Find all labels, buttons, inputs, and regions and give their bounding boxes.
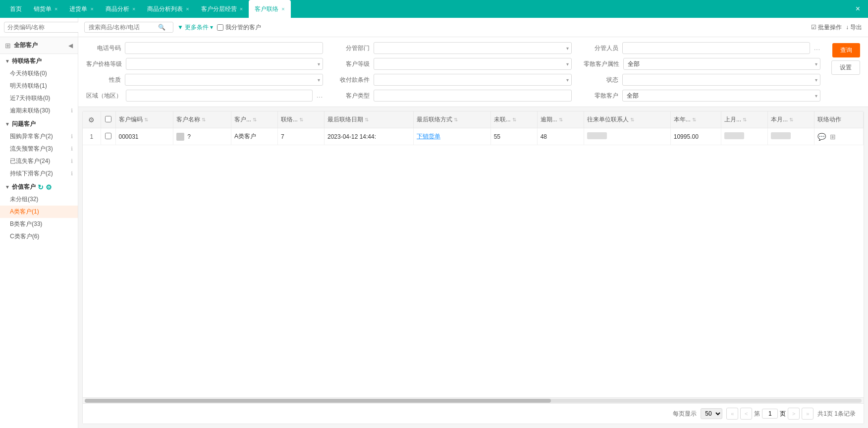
last-method-link[interactable]: 下销货单 bbox=[417, 133, 440, 140]
nature-select[interactable] bbox=[125, 74, 323, 86]
sidebar-item-c-class[interactable]: C类客户(6) bbox=[0, 230, 78, 243]
retail-customer-select[interactable]: 全部 bbox=[622, 90, 820, 102]
manager-more-icon[interactable]: ... bbox=[814, 45, 820, 52]
col-this-month-header[interactable]: 本月... ⇅ bbox=[768, 111, 814, 128]
nav-purchase[interactable]: 进货单 × bbox=[63, 0, 99, 18]
sidebar-item-churn-warning[interactable]: 流失预警客户(3) ℹ bbox=[0, 143, 78, 155]
sidebar-value-settings-icon[interactable]: ⚙ bbox=[46, 183, 52, 191]
row-checkbox[interactable] bbox=[105, 133, 111, 139]
search-icon[interactable]: 🔍 bbox=[158, 24, 165, 31]
last-page-button[interactable]: » bbox=[802, 408, 814, 420]
customer-level-select[interactable] bbox=[374, 58, 572, 70]
sidebar-section-value: ▼ 价值客户 ↻ ⚙ bbox=[0, 180, 78, 193]
table-scrollbar[interactable] bbox=[83, 397, 864, 403]
sidebar: 🔍 ⊞ 全部客户 ◀ ▼ 待联络客户 今天待联络(0) 明天待联络(1) 近7天… bbox=[0, 18, 78, 428]
nav-analysis-list-close[interactable]: × bbox=[186, 6, 189, 12]
filter-cell-phone: 电话号码 bbox=[86, 42, 323, 54]
col-last-date-header[interactable]: 最后联络日期 ⇅ bbox=[324, 111, 413, 128]
customer-type-input[interactable] bbox=[374, 90, 572, 102]
row-last-month bbox=[721, 128, 767, 145]
nav-sales[interactable]: 销货单 × bbox=[28, 0, 63, 18]
sidebar-item-tomorrow[interactable]: 明天待联络(1) bbox=[0, 80, 78, 92]
pagination: 每页显示 50 « < 第 页 > » 共1页 1条记录 bbox=[83, 403, 864, 424]
batch-op-button[interactable]: ☑ 批量操作 bbox=[811, 23, 842, 32]
sidebar-collapse-button[interactable]: ◀ bbox=[68, 42, 73, 49]
sidebar-item-hoarding[interactable]: 囤购异常客户(2) ℹ bbox=[0, 130, 78, 143]
last-month-placeholder bbox=[724, 132, 744, 139]
page-buttons: « < 第 页 > » bbox=[726, 408, 814, 420]
settings-button[interactable]: 设置 bbox=[831, 60, 860, 75]
last-month-sort-icon: ⇅ bbox=[743, 117, 747, 122]
col-code-header[interactable]: 客户编码 ⇅ bbox=[115, 111, 173, 128]
search-input[interactable] bbox=[89, 24, 158, 31]
search-box: 🔍 bbox=[84, 22, 173, 33]
close-all-button[interactable]: × bbox=[852, 4, 864, 13]
row-this-month bbox=[768, 128, 814, 145]
col-last-month-header[interactable]: 上月... ⇅ bbox=[721, 111, 767, 128]
nav-analysis-close[interactable]: × bbox=[132, 6, 135, 12]
nav-customer-mgmt[interactable]: 客户分层经营 × bbox=[195, 0, 249, 18]
chat-action-icon[interactable]: 💬 bbox=[817, 133, 826, 141]
sidebar-item-today[interactable]: 今天待联络(0) bbox=[0, 67, 78, 80]
retail-attr-select[interactable]: 全部 bbox=[623, 58, 820, 70]
sidebar-search-input[interactable] bbox=[4, 22, 85, 33]
col-type-header[interactable]: 客户... ⇅ bbox=[231, 111, 277, 128]
filter-cell-customer-type: 客户类型 bbox=[335, 90, 572, 102]
col-settings: ⚙ bbox=[83, 111, 101, 128]
region-input[interactable] bbox=[126, 90, 313, 102]
scroll-thumb bbox=[85, 399, 551, 403]
sidebar-item-ungroup[interactable]: 未分组(32) bbox=[0, 193, 78, 206]
region-more-icon[interactable]: ... bbox=[317, 92, 323, 99]
customer-type-label: 客户类型 bbox=[335, 92, 370, 100]
select-all-checkbox[interactable] bbox=[105, 116, 111, 122]
manager-input[interactable] bbox=[622, 42, 810, 54]
retail-customer-select-wrapper: 全部 ▾ bbox=[622, 90, 820, 102]
col-company-contact-header[interactable]: 往来单位联系人 ⇅ bbox=[584, 111, 670, 128]
sidebar-value-refresh-icon[interactable]: ↻ bbox=[38, 183, 44, 191]
advanced-filters: 电话号码 分管部门 ▾ 分管人员 bbox=[78, 37, 868, 107]
col-no-contact-header[interactable]: 未联... ⇅ bbox=[490, 111, 537, 128]
payment-select[interactable] bbox=[374, 74, 572, 86]
status-select[interactable] bbox=[622, 74, 820, 86]
export-button[interactable]: ↓ 导出 bbox=[846, 23, 862, 32]
page-size-select[interactable]: 50 bbox=[701, 408, 722, 419]
price-level-select-wrapper: ▾ bbox=[126, 58, 323, 70]
nav-analysis[interactable]: 商品分析 × bbox=[100, 0, 141, 18]
prev-page-button[interactable]: < bbox=[740, 408, 752, 420]
this-month-placeholder bbox=[771, 132, 791, 139]
sidebar-item-a-class[interactable]: A类客户(1) bbox=[0, 206, 78, 218]
col-contact-header[interactable]: 联络... ⇅ bbox=[277, 111, 324, 128]
grid-action-icon[interactable]: ⊞ bbox=[830, 133, 836, 141]
query-button[interactable]: 查询 bbox=[832, 43, 860, 57]
row-company-contact bbox=[584, 128, 670, 145]
col-current-year-header[interactable]: 本年... ⇅ bbox=[670, 111, 721, 128]
table-gear-icon[interactable]: ⚙ bbox=[88, 116, 95, 124]
phone-input[interactable] bbox=[125, 42, 323, 54]
sidebar-item-b-class[interactable]: B类客户(33) bbox=[0, 218, 78, 230]
nav-customer-contact-close[interactable]: × bbox=[281, 6, 284, 12]
my-customers-checkbox[interactable]: 我分管的客户 bbox=[217, 23, 261, 32]
sidebar-item-overdue[interactable]: 逾期未联络(30) ℹ bbox=[0, 105, 78, 117]
nav-customer-mgmt-close[interactable]: × bbox=[240, 6, 243, 12]
next-page-button[interactable]: > bbox=[788, 408, 800, 420]
more-conditions-button[interactable]: ▼ 更多条件 ▾ bbox=[177, 23, 213, 32]
nav-customer-contact[interactable]: 客户联络 × bbox=[249, 0, 290, 18]
page-number-input[interactable] bbox=[762, 409, 778, 419]
nav-analysis-list[interactable]: 商品分析列表 × bbox=[141, 0, 195, 18]
nature-label: 性质 bbox=[86, 76, 121, 84]
my-customers-check[interactable] bbox=[217, 24, 223, 31]
price-level-select[interactable] bbox=[126, 58, 323, 70]
nav-home[interactable]: 首页 bbox=[4, 0, 28, 18]
sidebar-item-churned[interactable]: 已流失客户(24) ℹ bbox=[0, 155, 78, 167]
dept-select[interactable] bbox=[374, 42, 572, 54]
table-row: 1 000031 ? A类客户 7 2023 bbox=[83, 128, 864, 145]
col-last-method-header[interactable]: 最后联络方式 ⇅ bbox=[414, 111, 491, 128]
col-overdue-header[interactable]: 逾期... ⇅ bbox=[537, 111, 584, 128]
sidebar-item-7days[interactable]: 近7天待联络(0) bbox=[0, 92, 78, 105]
nav-purchase-close[interactable]: × bbox=[90, 6, 93, 12]
first-page-button[interactable]: « bbox=[726, 408, 738, 420]
sidebar-item-declining[interactable]: 持续下滑客户(2) ℹ bbox=[0, 167, 78, 180]
nav-sales-close[interactable]: × bbox=[54, 6, 57, 12]
col-name-header[interactable]: 客户名称 ⇅ bbox=[173, 111, 231, 128]
top-nav: 首页 销货单 × 进货单 × 商品分析 × 商品分析列表 × 客户分层经营 × … bbox=[0, 0, 868, 18]
